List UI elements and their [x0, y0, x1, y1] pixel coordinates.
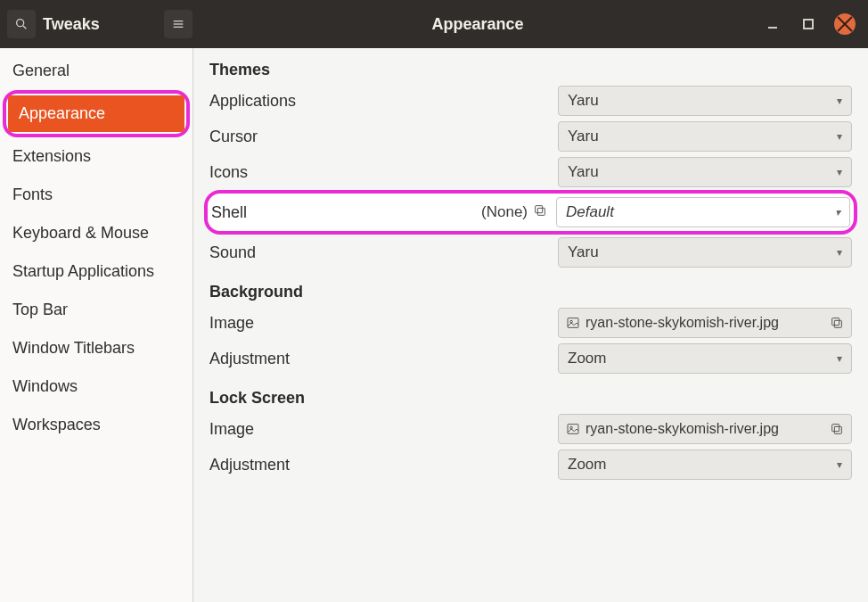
menu-button[interactable] — [164, 10, 192, 38]
close-icon — [834, 13, 856, 35]
minimize-icon — [767, 19, 778, 29]
sidebar-item-general[interactable]: General — [0, 52, 192, 90]
suffix-text: (None) — [481, 203, 528, 221]
file-name: ryan-stone-skykomish-river.jpg — [585, 421, 824, 437]
svg-rect-18 — [832, 425, 839, 432]
label-icons: Icons — [209, 163, 558, 182]
select-value: Default — [566, 203, 614, 221]
select-value: Yaru — [568, 128, 599, 145]
maximize-icon — [803, 19, 814, 29]
svg-rect-17 — [834, 426, 841, 433]
select-value: Yaru — [568, 92, 599, 110]
svg-rect-10 — [536, 205, 543, 212]
window-body: General Appearance Extensions Fonts Keyb… — [0, 48, 868, 602]
content-pane: Themes Applications Yaru ▾ Cursor Yaru ▾… — [193, 48, 868, 602]
sidebar-item-extensions[interactable]: Extensions — [0, 137, 192, 176]
sidebar-item-workspaces[interactable]: Workspaces — [0, 406, 192, 444]
select-shell[interactable]: Default ▾ — [556, 197, 850, 227]
select-icons[interactable]: Yaru ▾ — [558, 157, 852, 187]
select-value: Zoom — [568, 350, 606, 367]
label-applications: Applications — [209, 92, 558, 111]
label-cursor: Cursor — [209, 128, 558, 146]
svg-rect-6 — [804, 20, 813, 29]
row-ls-adjust: Adjustment Zoom ▾ — [209, 447, 852, 482]
sidebar-item-startup-applications[interactable]: Startup Applications — [0, 252, 192, 291]
minimize-button[interactable] — [763, 14, 782, 34]
label-ls-adjust: Adjustment — [209, 456, 558, 474]
titlebar-left: Tweaks — [7, 10, 185, 38]
label-shell: Shell (None) — [211, 203, 556, 222]
label-bg-adjust: Adjustment — [209, 350, 558, 368]
svg-rect-14 — [832, 318, 839, 326]
sidebar-item-appearance[interactable]: Appearance — [8, 95, 184, 132]
row-applications: Applications Yaru ▾ — [209, 83, 852, 119]
app-title: Tweaks — [43, 15, 100, 34]
section-title-background: Background — [209, 283, 852, 301]
chevron-down-icon: ▾ — [837, 130, 842, 143]
file-bg-image[interactable]: ryan-stone-skykomish-river.jpg — [558, 308, 852, 338]
label-ls-image: Image — [209, 420, 558, 439]
sidebar-item-windows[interactable]: Windows — [0, 367, 192, 406]
row-cursor: Cursor Yaru ▾ — [209, 119, 852, 154]
select-applications[interactable]: Yaru ▾ — [558, 86, 852, 116]
tweaks-window: Tweaks Appearance General Appearance Ext… — [0, 0, 868, 602]
label-text: Shell — [211, 203, 247, 222]
select-value: Zoom — [568, 456, 606, 474]
row-shell: Shell (None) Default ▾ — [211, 195, 850, 229]
row-icons: Icons Yaru ▾ — [209, 154, 852, 190]
close-button[interactable] — [834, 13, 856, 35]
sidebar-item-fonts[interactable]: Fonts — [0, 176, 192, 214]
row-sound: Sound Yaru ▾ — [209, 235, 852, 270]
sidebar-item-keyboard-mouse[interactable]: Keyboard & Mouse — [0, 214, 192, 252]
row-ls-image: Image ryan-stone-skykomish-river.jpg — [209, 411, 852, 447]
chevron-down-icon: ▾ — [837, 246, 842, 259]
highlight-shell-row: Shell (None) Default ▾ — [204, 190, 857, 235]
sidebar-item-window-titlebars[interactable]: Window Titlebars — [0, 329, 192, 367]
select-sound[interactable]: Yaru ▾ — [558, 237, 852, 268]
section-title-themes: Themes — [209, 61, 852, 79]
hamburger-icon — [171, 17, 185, 31]
highlight-appearance: Appearance — [3, 90, 190, 137]
titlebar: Tweaks Appearance — [0, 0, 868, 48]
select-ls-adjust[interactable]: Zoom ▾ — [558, 449, 852, 480]
file-ls-image[interactable]: ryan-stone-skykomish-river.jpg — [558, 414, 852, 444]
chevron-down-icon: ▾ — [837, 352, 842, 365]
browse-icon — [830, 316, 844, 330]
chevron-down-icon: ▾ — [837, 458, 842, 471]
row-bg-image: Image ryan-stone-skykomish-river.jpg — [209, 305, 852, 341]
label-bg-image: Image — [209, 314, 558, 333]
copy-icon[interactable] — [533, 203, 547, 222]
select-bg-adjust[interactable]: Zoom ▾ — [558, 343, 852, 374]
svg-rect-13 — [834, 320, 841, 327]
maximize-button[interactable] — [798, 14, 818, 34]
shell-suffix: (None) — [481, 203, 547, 222]
search-icon — [14, 17, 29, 31]
select-cursor[interactable]: Yaru ▾ — [558, 121, 852, 152]
select-value: Yaru — [568, 163, 599, 181]
image-icon — [566, 316, 580, 330]
sidebar: General Appearance Extensions Fonts Keyb… — [0, 48, 193, 602]
window-controls — [763, 13, 861, 35]
page-title: Appearance — [192, 15, 763, 34]
search-button[interactable] — [7, 10, 36, 38]
chevron-down-icon: ▾ — [837, 95, 842, 107]
chevron-down-icon: ▾ — [835, 206, 840, 219]
row-bg-adjust: Adjustment Zoom ▾ — [209, 341, 852, 376]
label-sound: Sound — [209, 243, 558, 262]
svg-point-0 — [17, 20, 24, 27]
file-name: ryan-stone-skykomish-river.jpg — [585, 315, 824, 331]
image-icon — [566, 422, 580, 436]
svg-rect-9 — [537, 208, 545, 215]
sidebar-item-top-bar[interactable]: Top Bar — [0, 291, 192, 329]
chevron-down-icon: ▾ — [837, 166, 842, 178]
section-title-lockscreen: Lock Screen — [209, 389, 852, 408]
svg-line-1 — [23, 26, 26, 29]
browse-icon — [830, 422, 844, 436]
select-value: Yaru — [568, 243, 599, 261]
